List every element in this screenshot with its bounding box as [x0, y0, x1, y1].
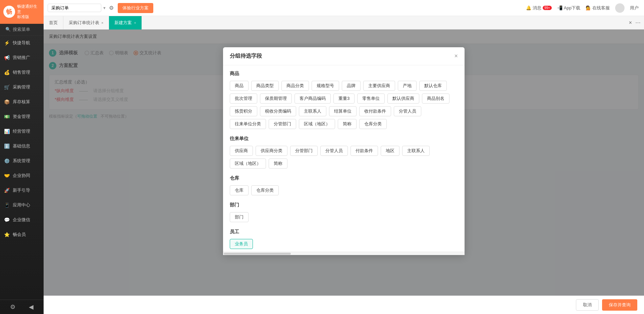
- tag-default-warehouse[interactable]: 默认仓库: [419, 81, 447, 91]
- tag-weight3[interactable]: 重量3: [333, 93, 355, 104]
- sidebar-settings-btn[interactable]: ⚙: [10, 303, 15, 311]
- app-download-item[interactable]: 📲 App下载: [557, 5, 580, 11]
- sidebar-item-corp-wechat[interactable]: 💬 企业微信: [0, 212, 44, 227]
- tag-main-supplier[interactable]: 主要供应商: [363, 81, 395, 91]
- sidebar-item-label: 新手引导: [13, 187, 30, 193]
- avatar[interactable]: [615, 3, 625, 13]
- tag-settlement-unit[interactable]: 结算单位: [329, 106, 357, 116]
- sidebar-item-inventory[interactable]: 📦 库存核算: [0, 95, 44, 109]
- dialog-horizontal-scrollbar[interactable]: [223, 252, 465, 255]
- tag-spec-model[interactable]: 规格型号: [312, 81, 339, 91]
- tag-brand[interactable]: 品牌: [342, 81, 361, 91]
- save-query-button[interactable]: 保存并查询: [602, 299, 637, 311]
- tag-dept[interactable]: 分管部门: [269, 119, 296, 129]
- tag-region[interactable]: 区域（地区）: [299, 119, 335, 129]
- tag-goods[interactable]: 商品: [230, 81, 249, 91]
- tag-main-contact2[interactable]: 主联系人: [402, 146, 430, 156]
- tag-origin[interactable]: 产地: [398, 81, 417, 91]
- tag-warehouse-cat[interactable]: 仓库分类: [251, 185, 279, 195]
- tab-close-all-btn[interactable]: ×: [629, 20, 632, 26]
- dept-tag-grid: 部门: [230, 212, 458, 222]
- online-service-item[interactable]: 💁 在线客服: [586, 5, 610, 11]
- sidebar-logo[interactable]: 畅 畅捷通好生意 标准版: [0, 0, 44, 24]
- dialog-close-btn[interactable]: ×: [454, 53, 458, 60]
- notification-item[interactable]: 🔔 消息 99+: [526, 5, 552, 11]
- tab-more-btn[interactable]: ⋯: [635, 19, 641, 26]
- sidebar-item-quick-nav[interactable]: ⚡ 快捷导航: [0, 36, 44, 50]
- tag-warehouse[interactable]: 仓库: [230, 185, 249, 195]
- sidebar-item-sales[interactable]: 💰 销售管理: [0, 65, 44, 80]
- notification-label: 消息: [533, 5, 541, 11]
- tag-tax-code[interactable]: 税收分类编码: [260, 106, 296, 116]
- sidebar-item-purchase[interactable]: 🛒 采购管理: [0, 80, 44, 95]
- dialog-body[interactable]: 商品 商品 商品类型 商品分类 规格型号 品牌 主要供应商 产地 默认仓库 批次…: [223, 65, 465, 252]
- tag-goods-alias[interactable]: 商品别名: [422, 93, 449, 104]
- tag-batch-mgmt[interactable]: 批次管理: [230, 93, 257, 104]
- topbar-gear-icon[interactable]: ⚙: [109, 5, 114, 11]
- section-warehouse-title: 仓库: [230, 175, 458, 181]
- tag-area[interactable]: 地区: [381, 146, 399, 156]
- tab-new-plan[interactable]: 新建方案 ×: [109, 16, 142, 29]
- tag-region2[interactable]: 区域（地区）: [230, 159, 266, 169]
- tag-goods-category[interactable]: 商品分类: [281, 81, 309, 91]
- tag-payment-terms[interactable]: 收付款条件: [359, 106, 391, 116]
- sidebar-item-label: 企业协同: [13, 173, 30, 179]
- sidebar-item-operations[interactable]: 📊 经营管理: [0, 124, 44, 139]
- dialog-group-fields: 分组待选字段 × 商品 商品 商品类型 商品分类 规格型号 品牌 主要供应商 产…: [223, 47, 465, 255]
- tag-partner-supervisor[interactable]: 分管人员: [320, 146, 348, 156]
- sidebar-item-company-collab[interactable]: 🤝 企业协同: [0, 168, 44, 183]
- topbar-dropdown-arrow[interactable]: ▾: [103, 5, 106, 10]
- tag-goods-type[interactable]: 商品类型: [251, 81, 279, 91]
- marketing-icon: 📢: [3, 54, 10, 61]
- system-icon: ⚙️: [3, 158, 10, 164]
- sidebar-item-label: 库存核算: [13, 99, 30, 105]
- section-dept-title: 部门: [230, 202, 458, 208]
- tag-supervisor[interactable]: 分管人员: [394, 106, 421, 116]
- tag-supplier[interactable]: 供应商: [230, 146, 253, 156]
- tab-actions: × ⋯: [626, 16, 644, 29]
- section-staff-title: 员工: [230, 229, 458, 235]
- staff-tag-grid: 业务员: [230, 239, 458, 249]
- tag-partner-dept[interactable]: 分管部门: [290, 146, 318, 156]
- tag-abbr2[interactable]: 简称: [269, 159, 287, 169]
- tag-department[interactable]: 部门: [230, 212, 249, 222]
- sidebar-item-vip[interactable]: ⭐ 畅会员: [0, 227, 44, 242]
- cancel-button[interactable]: 取消: [576, 299, 599, 311]
- tag-sales-staff[interactable]: 业务员: [230, 239, 253, 249]
- section-warehouse: 仓库 仓库 仓库分类: [230, 175, 458, 195]
- sidebar-item-finance[interactable]: 💵 资金管理: [0, 109, 44, 124]
- dialog-title: 分组待选字段: [230, 53, 262, 60]
- tab-new-plan-close[interactable]: ×: [134, 21, 136, 25]
- tab-home[interactable]: 首页: [44, 16, 63, 29]
- topbar-left: ▾ ⚙ 体验行业方案: [44, 3, 521, 13]
- tag-warehouse-category[interactable]: 仓库分类: [359, 119, 387, 129]
- sidebar-item-system[interactable]: ⚙️ 系统管理: [0, 153, 44, 168]
- warehouse-tag-grid: 仓库 仓库分类: [230, 185, 458, 195]
- sidebar-item-label: 应用中心: [13, 202, 30, 208]
- tag-default-supplier[interactable]: 默认供应商: [387, 93, 419, 104]
- tag-main-contact[interactable]: 主联系人: [299, 106, 326, 116]
- section-staff: 员工 业务员: [230, 229, 458, 249]
- vip-icon: ⭐: [3, 231, 10, 238]
- topbar-search-input[interactable]: [48, 4, 101, 12]
- tag-pick-points[interactable]: 拣货积分: [230, 106, 257, 116]
- tag-retail-unit[interactable]: 零售单位: [357, 93, 385, 104]
- sidebar-collapse-btn[interactable]: ◀: [29, 303, 34, 311]
- tag-quality-period[interactable]: 保质期管理: [260, 93, 292, 104]
- sidebar-item-basic-info[interactable]: ℹ️ 基础信息: [0, 139, 44, 153]
- sidebar-item-app-center[interactable]: 📱 应用中心: [0, 198, 44, 212]
- tag-customer-goods-code[interactable]: 客户商品编码: [294, 93, 331, 104]
- tab-purchase-order-close[interactable]: ×: [101, 21, 103, 25]
- tab-purchase-order[interactable]: 采购订单统计表 ×: [63, 16, 109, 29]
- sidebar-item-marketing[interactable]: 📢 营销推广: [0, 50, 44, 65]
- tag-partner-category[interactable]: 往来单位分类: [230, 119, 266, 129]
- search-icon: 🔍: [5, 27, 11, 32]
- tag-supplier-category[interactable]: 供应商分类: [256, 146, 287, 156]
- sidebar-item-new-guide[interactable]: 🚀 新手引导: [0, 183, 44, 198]
- tag-abbr[interactable]: 简称: [338, 119, 357, 129]
- tag-payment-cond[interactable]: 付款条件: [351, 146, 378, 156]
- tab-new-plan-label: 新建方案: [114, 20, 132, 26]
- experience-btn[interactable]: 体验行业方案: [118, 3, 153, 13]
- operations-icon: 📊: [3, 128, 10, 135]
- sidebar-search[interactable]: 🔍 搜索菜单: [0, 24, 44, 36]
